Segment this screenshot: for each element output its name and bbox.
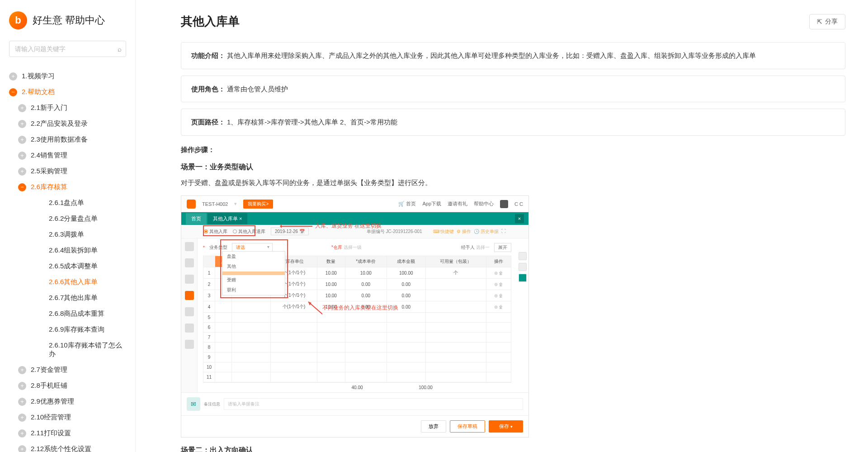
nav-2-6-9[interactable]: 2.6.9库存账本查询 xyxy=(36,322,126,338)
scene1-para: 对于受赠、盘盈或是拆装入库等不同的业务，是通过单据头【业务类型】进行区分。 xyxy=(181,176,845,190)
nav-2-6-10[interactable]: 2.6.10库存账本错了怎么办 xyxy=(36,338,126,362)
nav-label: 2.1新手入门 xyxy=(31,104,67,112)
nav-2-6-6[interactable]: 2.6.6其他入库单 xyxy=(36,274,126,290)
ss-th: 成本金额 xyxy=(387,256,425,267)
ss-account: TEST-H002 xyxy=(202,201,228,207)
intro-card: 功能介绍：其他入库单用来处理除采购入库、产成品入库之外的其他入库业务，因此其他入… xyxy=(181,42,845,69)
main-content: 其他入库单 ⇱分享 功能介绍：其他入库单用来处理除采购入库、产成品入库之外的其他… xyxy=(136,0,868,452)
nav-2-1[interactable]: +2.1新手入门 xyxy=(18,100,126,116)
nav-2-6-8[interactable]: 2.6.8商品成本重算 xyxy=(36,306,126,322)
annotation-2: 不同业务的入库类型在这里切换 xyxy=(302,297,398,318)
nav-2-11[interactable]: +2.11打印设置 xyxy=(18,425,126,441)
nav-label: 2.6库存核算 xyxy=(31,183,67,191)
role-label: 使用角色： xyxy=(191,85,225,93)
path-text: 1、库存核算->库存管理->其他入库单 2、首页->常用功能 xyxy=(227,118,397,126)
intro-label: 功能介绍： xyxy=(191,52,225,59)
nav-video-learning[interactable]: +1.视频学习 xyxy=(9,68,126,84)
logo-text: 好生意 帮助中心 xyxy=(33,14,105,27)
nav-2-6-2[interactable]: 2.6.2分量盘点单 xyxy=(36,211,126,227)
ss-nav-icon xyxy=(185,307,194,316)
plus-icon: + xyxy=(18,398,26,406)
nav-label: 2.2产品安装及登录 xyxy=(31,119,88,128)
ss-nav-icon xyxy=(185,324,194,333)
minus-icon: − xyxy=(9,88,17,96)
ss-top-home: 🛒 首页 xyxy=(398,200,416,207)
nav-2-6-5[interactable]: 2.6.5成本调整单 xyxy=(36,258,126,274)
ss-tool-icon xyxy=(519,274,527,282)
ss-body: *业务类型 请选 盘盈 其他 受赠 获利 *仓库 选择一级 经手人 选择一 展开 xyxy=(181,238,528,392)
search-input[interactable] xyxy=(9,41,126,57)
nav-2-9[interactable]: +2.9优惠券管理 xyxy=(18,394,126,409)
ss-draft-button: 保存草稿 xyxy=(450,420,485,433)
steps-title: 操作步骤： xyxy=(181,146,845,154)
nav-2-8[interactable]: +2.8手机旺铺 xyxy=(18,378,126,394)
ss-remark-label: 备注信息 xyxy=(204,401,220,407)
plus-icon: + xyxy=(18,120,26,128)
ss-total-amt: 100.00 xyxy=(409,385,443,390)
nav-help-docs[interactable]: −2.帮助文档 xyxy=(9,84,126,100)
role-card: 使用角色：通常由仓管人员维护 xyxy=(181,76,845,103)
nav-2-4[interactable]: +2.4销售管理 xyxy=(18,147,126,163)
share-icon: ⇱ xyxy=(817,18,822,25)
plus-icon: + xyxy=(18,104,26,112)
screenshot-scene1: TEST-H002 ▾ 我要购买> 🛒 首页 App下载 邀请有礼 帮助中心 C… xyxy=(181,195,529,438)
nav-label: 2.9优惠券管理 xyxy=(31,397,74,406)
table-row: 10 xyxy=(203,362,511,372)
ss-th: *成本单价 xyxy=(345,256,387,267)
share-label: 分享 xyxy=(825,18,838,26)
nav-2-6-7[interactable]: 2.6.7其他出库单 xyxy=(36,290,126,306)
remark-icon: ✉ xyxy=(187,397,200,411)
nav-label: 2.12系统个性化设置 xyxy=(31,445,91,452)
nav-label: 2.10经营管理 xyxy=(31,413,71,422)
ss-top-app: App下载 xyxy=(422,200,441,207)
nav-2-6-1[interactable]: 2.6.1盘点单 xyxy=(36,195,126,211)
nav-label: 1.视频学习 xyxy=(22,72,55,81)
ss-dd-item xyxy=(222,271,285,275)
plus-icon: + xyxy=(18,414,26,422)
plus-icon: + xyxy=(18,445,26,452)
ss-total-qty: 40.00 xyxy=(340,385,374,390)
annotation-1: 入库、退货业务 在这里切换 xyxy=(281,222,382,230)
table-row: 11 xyxy=(203,372,511,382)
logo: b 好生意 帮助中心 xyxy=(9,11,126,29)
ss-nav-icon xyxy=(185,275,194,284)
ss-tab-home: 首页 xyxy=(186,213,207,224)
ss-nav-icon xyxy=(185,258,194,267)
ss-th: 数量 xyxy=(317,256,345,267)
page-header: 其他入库单 ⇱分享 xyxy=(181,14,845,29)
minus-icon: − xyxy=(18,183,26,191)
nav-2-10[interactable]: +2.10经营管理 xyxy=(18,409,126,425)
ss-remark-row: ✉ 备注信息 请输入单据备注 xyxy=(181,392,528,415)
plus-icon: + xyxy=(18,382,26,390)
ss-dd-item: 受赠 xyxy=(222,275,285,285)
share-button[interactable]: ⇱分享 xyxy=(809,14,845,29)
nav-2-3[interactable]: +2.3使用前数据准备 xyxy=(18,132,126,147)
table-row: 6 xyxy=(203,323,511,333)
ss-avatar-icon xyxy=(500,200,508,208)
ss-tool-icons: ⌨ 快捷键 ⚙ 操作 🕓 历史单据 ⛶ xyxy=(433,228,506,235)
nav-2-7[interactable]: +2.7资金管理 xyxy=(18,362,126,378)
ss-left-nav xyxy=(181,238,198,392)
nav-2-6-3[interactable]: 2.6.3调拨单 xyxy=(36,227,126,243)
nav-2-12[interactable]: +2.12系统个性化设置 xyxy=(18,441,126,452)
scene1-title: 场景一：业务类型确认 xyxy=(181,162,845,172)
logo-icon: b xyxy=(9,11,27,29)
arrow-icon xyxy=(302,297,322,318)
ss-right-tools xyxy=(517,238,528,392)
plus-icon: + xyxy=(18,167,26,176)
ss-dropdown: 盘盈 其他 受赠 获利 xyxy=(222,251,285,295)
nav-2-5[interactable]: +2.5采购管理 xyxy=(18,163,126,179)
ss-close-icon: × xyxy=(515,214,524,223)
sidebar: b 好生意 帮助中心 ⌕ +1.视频学习 −2.帮助文档 +2.1新手入门 +2… xyxy=(0,0,136,452)
ss-content: *业务类型 请选 盘盈 其他 受赠 获利 *仓库 选择一级 经手人 选择一 展开 xyxy=(198,238,517,392)
nav-2-6-4[interactable]: 2.6.4组装拆卸单 xyxy=(36,243,126,258)
plus-icon: + xyxy=(18,366,26,374)
ss-dd-item: 盘盈 xyxy=(222,252,285,262)
plus-icon: + xyxy=(18,152,26,160)
table-row: 7 xyxy=(203,333,511,343)
nav-label: 2.7资金管理 xyxy=(31,366,67,374)
nav-2-2[interactable]: +2.2产品安装及登录 xyxy=(18,116,126,132)
nav-2-6[interactable]: −2.6库存核算 xyxy=(18,179,126,195)
table-row: 9 xyxy=(203,352,511,362)
path-label: 页面路径： xyxy=(191,118,225,126)
